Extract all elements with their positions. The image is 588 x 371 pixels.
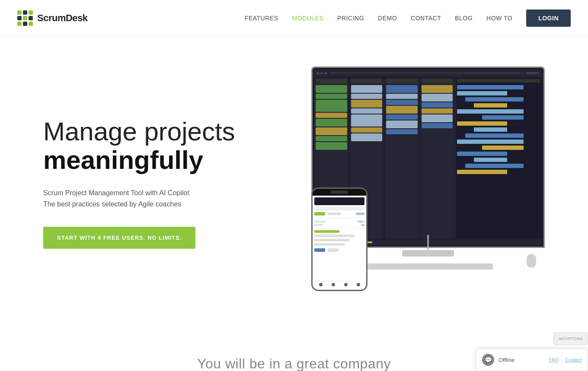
hero-title: Manage projects meaningfully <box>43 117 294 174</box>
screen-right-panel <box>455 78 542 239</box>
logo-dot <box>23 22 27 26</box>
chat-widget[interactable]: 💬 Offline FAQ · Contact <box>476 349 588 371</box>
nav-demo[interactable]: DEMO <box>378 15 397 22</box>
chat-icon: 💬 <box>482 354 494 366</box>
nav-modules[interactable]: MODULES <box>292 15 324 22</box>
logo-dot <box>23 10 27 15</box>
chat-status: Offline <box>499 357 514 363</box>
phone-notch <box>313 189 366 196</box>
chat-faq-link[interactable]: FAQ <box>549 357 559 362</box>
screen-topbar <box>314 70 542 76</box>
logo-text: ScrumDesk <box>37 13 88 24</box>
nav-contact[interactable]: CONTACT <box>411 15 441 22</box>
logo-dot <box>17 22 22 26</box>
phone: ASSIGNEETASK 1 EFFORT3pt <box>311 187 368 291</box>
logo-grid-icon <box>17 10 33 26</box>
chat-contact-link[interactable]: Contact <box>565 357 582 362</box>
hero-subtitle: Scrum Project Management Tool with AI Co… <box>43 187 294 209</box>
logo-dot <box>23 16 27 20</box>
logo-dot <box>17 10 22 15</box>
nav-blog[interactable]: BLOG <box>455 15 473 22</box>
hero-content: Manage projects meaningfully Scrum Proje… <box>43 117 294 249</box>
cta-button[interactable]: START WITH 4 FREE USERS. NO LIMITS. <box>43 227 195 249</box>
chat-links: FAQ · Contact <box>549 357 582 362</box>
logo-dot <box>29 22 33 26</box>
recaptcha-text: reCAPTCHA <box>559 336 583 341</box>
recaptcha-badge: reCAPTCHA <box>553 332 588 345</box>
logo-dot <box>29 10 33 15</box>
login-button[interactable]: LOGIN <box>526 10 571 27</box>
nav-features[interactable]: FEATURES <box>245 15 278 22</box>
main-nav: FEATURES MODULES PRICING DEMO CONTACT BL… <box>245 10 571 27</box>
phone-content: ASSIGNEETASK 1 EFFORT3pt <box>313 196 366 290</box>
nav-howto[interactable]: HOW TO <box>486 15 512 22</box>
hero-image: ASSIGNEETASK 1 EFFORT3pt <box>311 67 553 300</box>
nav-pricing[interactable]: PRICING <box>337 15 364 22</box>
hero-section: Manage projects meaningfully Scrum Proje… <box>0 36 588 330</box>
logo[interactable]: ScrumDesk <box>17 10 88 26</box>
logo-dot <box>17 16 22 20</box>
logo-dot <box>29 16 33 20</box>
header: ScrumDesk FEATURES MODULES PRICING DEMO … <box>0 0 588 36</box>
